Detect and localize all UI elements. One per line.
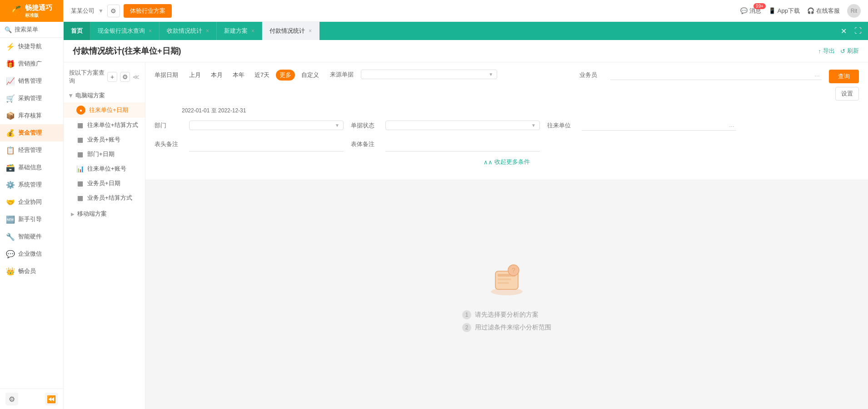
scheme-item-staff-settle[interactable]: ▦ 业务员+结算方式 [64,191,145,205]
tab-bank-close[interactable]: × [149,28,152,34]
pc-group-arrow: ▶ [69,94,74,97]
main: 某某公司 ▼ ⚙ 体验行业方案 💬 消息 99+ 📱 App下载 🎧 在线客服 … [64,0,868,409]
tab-home[interactable]: 首页 [64,22,90,40]
inventory-icon: 📦 [6,111,15,120]
source-label: 来源单据 [330,71,357,79]
filter-area: 单据日期 上月 本月 本年 近7天 更多 自定义 [145,62,868,180]
docstatus-select[interactable]: ▼ [385,121,540,130]
sidebar-item-enterprise[interactable]: 🤝 企业协同 [0,193,63,211]
scheme-item-partner-date[interactable]: ● 往来单位+日期 [64,102,145,118]
staff-dots[interactable]: … [814,71,820,78]
query-btn[interactable]: 查询 [829,70,859,83]
scheme-group-mobile: ▶ 移动端方案 [64,207,145,221]
sidebar-item-basicinfo[interactable]: 🗃️ 基础信息 [0,159,63,176]
sidebar-item-inventory[interactable]: 📦 库存核算 [0,107,63,124]
export-btn[interactable]: ↑ 导出 [818,47,835,55]
scheme-collapse-btn[interactable]: ≪ [133,73,140,81]
sidebar-item-operations[interactable]: 📋 经营管理 [0,141,63,159]
scheme-item-staff-date-label: 业务员+日期 [87,179,120,187]
scheme-group-pc: ▶ 电脑端方案 ● 往来单位+日期 ▦ 往来单位+结算方式 ▦ 业务员+账号 [64,89,145,205]
tab-new-scheme-close[interactable]: × [251,28,254,34]
svg-rect-4 [498,282,509,284]
search-menu-label: 搜索菜单 [15,25,38,34]
date-tab-custom[interactable]: 自定义 [298,70,323,81]
try-industry-btn[interactable]: 体验行业方案 [124,4,172,18]
scheme-panel-header: 按以下方案查询 + ⚙ ≪ [64,67,145,89]
scheme-settings-btn[interactable]: ⚙ [120,72,130,82]
collapse-more-row: ∧∧ 收起更多条件 [155,151,859,172]
sidebar-item-purchase[interactable]: 🛒 采购管理 [0,90,63,107]
scheme-group-pc-header[interactable]: ▶ 电脑端方案 [64,89,145,102]
sidebar-item-system[interactable]: ⚙️ 系统管理 [0,176,63,193]
user-avatar[interactable]: Rit [847,4,861,18]
staff-label: 业务员 [579,71,607,79]
sidebar-item-finance[interactable]: 💰 资金管理 [0,124,63,141]
app-download-btn[interactable]: 📱 App下载 [768,7,800,15]
tab-payment-close[interactable]: × [309,28,312,34]
scheme-panel: 按以下方案查询 + ⚙ ≪ ▶ 电脑端方案 ● 往来单位+日期 [64,62,145,409]
tab-close-all-btn[interactable]: ✕ [837,25,850,37]
sidebar-item-smarthw-label: 智能硬件 [18,232,42,241]
scheme-add-btn[interactable]: + [107,72,117,82]
sidebar-item-quicknav[interactable]: ⚡ 快捷导航 [0,38,63,55]
date-tab-more[interactable]: 更多 [276,70,295,81]
tab-payment[interactable]: 付款情况统计 × [262,22,319,40]
collapse-btn[interactable]: ∧∧ 收起更多条件 [476,155,537,169]
service-icon: 🎧 [807,7,814,14]
export-icon: ↑ [818,48,822,55]
topbar-gear-btn[interactable]: ⚙ [107,5,120,17]
sidebar-settings-btn[interactable]: ⚙ [5,393,18,405]
company-dropdown-icon[interactable]: ▼ [98,8,104,14]
scheme-item-partner-date-label: 往来单位+日期 [89,106,128,114]
settings-btn[interactable]: 设置 [835,87,859,101]
sidebar-item-smarthw[interactable]: 🔧 智能硬件 [0,228,63,245]
body-note-input[interactable] [387,139,538,149]
app-icon: 📱 [768,7,776,14]
scheme-item-staff-account[interactable]: ▦ 业务员+账号 [64,132,145,147]
message-btn[interactable]: 💬 消息 99+ [740,7,761,15]
body-note-label: 表体备注 [351,140,378,148]
filter-actions: 查询 设置 [829,70,859,101]
dept-select[interactable]: ▼ [189,121,344,130]
partner-dots[interactable]: … [729,122,734,128]
logo-text: 畅捷通巧 [25,4,52,12]
pc-group-label: 电脑端方案 [75,91,105,100]
date-tab-7days[interactable]: 近7天 [251,70,273,81]
date-tab-this-year[interactable]: 本年 [229,70,248,81]
topbar-right: 💬 消息 99+ 📱 App下载 🎧 在线客服 Rit [740,4,861,18]
enterprise-icon: 🤝 [6,198,15,206]
tab-receivable[interactable]: 收款情况统计 × [160,22,217,40]
scheme-item-partner-account-label: 往来单位+账号 [87,165,126,173]
tab-bank[interactable]: 现金银行流水查询 × [90,22,160,40]
sidebar-item-marketing-label: 营销推广 [18,60,42,68]
tab-maximize-btn[interactable]: ⛶ [852,25,864,37]
mobile-group-arrow: ▶ [71,212,75,217]
scheme-group-mobile-header[interactable]: ▶ 移动端方案 [64,207,145,221]
tab-receivable-close[interactable]: × [206,28,209,34]
sidebar-item-wechat[interactable]: 💬 企业微信 [0,245,63,263]
sidebar-item-guide[interactable]: 🆕 新手引导 [0,211,63,228]
date-tab-last-month[interactable]: 上月 [185,70,205,81]
collapse-icon: ∧∧ [484,159,493,166]
table-icon-3: ▦ [76,151,84,158]
sidebar-item-operations-label: 经营管理 [18,146,42,154]
sidebar-item-member[interactable]: 👑 畅会员 [0,263,63,280]
source-select[interactable]: ▼ [361,70,497,79]
sidebar-item-marketing[interactable]: 🎁 营销推广 [0,55,63,72]
header-note-input[interactable] [191,139,342,149]
scheme-item-dept-date[interactable]: ▦ 部门+日期 [64,147,145,162]
service-btn[interactable]: 🎧 在线客服 [807,7,840,15]
scheme-item-staff-date[interactable]: ▦ 业务员+日期 [64,176,145,191]
smarthw-icon: 🔧 [6,232,15,241]
step-num-1: 1 [462,310,471,319]
search-menu[interactable]: 🔍 搜索菜单 [0,22,63,38]
scheme-item-partner-account[interactable]: 📊 往来单位+账号 [64,162,145,176]
scheme-item-partner-settle[interactable]: ▦ 往来单位+结算方式 [64,118,145,132]
svg-text:?: ? [512,267,515,274]
date-range-display: 2022-01-01 至 2022-12-31 [182,107,859,115]
sidebar-item-sales[interactable]: 📈 销售管理 [0,72,63,90]
refresh-btn[interactable]: ↺ 刷新 [840,47,859,55]
date-tab-this-month[interactable]: 本月 [207,70,226,81]
tab-new-scheme[interactable]: 新建方案 × [217,22,262,40]
sidebar-collapse-btn[interactable]: ⏪ [45,393,58,405]
